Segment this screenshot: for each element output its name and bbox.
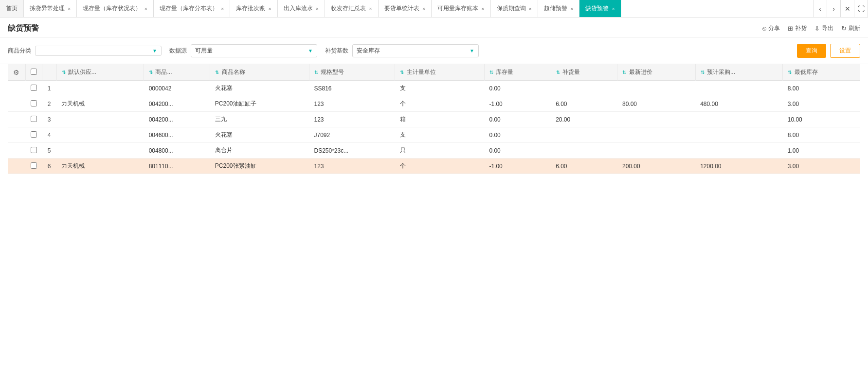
column-header-min-stock[interactable]: ⇅ 最低库存 bbox=[783, 64, 860, 81]
row-checkbox-cell[interactable] bbox=[25, 81, 42, 96]
row-checkbox-cell[interactable] bbox=[25, 112, 42, 127]
row-latest-price: 200.00 bbox=[617, 158, 695, 174]
column-header-replenish-qty[interactable]: ⇅ 补货量 bbox=[551, 64, 617, 81]
row-product-code: 004600... bbox=[144, 127, 210, 143]
row-supplier: 力天机械 bbox=[56, 96, 144, 112]
refresh-button[interactable]: ↻ 刷新 bbox=[841, 24, 860, 33]
tab-available-ledger[interactable]: 可用量库存账本 × bbox=[432, 0, 490, 17]
replenish-basis-chevron-icon: ▼ bbox=[470, 48, 474, 53]
tab-close-shortage[interactable]: × bbox=[612, 6, 615, 12]
tab-expiry-query[interactable]: 保质期查询 × bbox=[491, 0, 538, 17]
row-checkbox-cell[interactable] bbox=[25, 96, 42, 112]
column-header-product-code[interactable]: ⇅ 商品... bbox=[144, 64, 210, 81]
column-header-settings[interactable]: ⚙ bbox=[8, 64, 25, 81]
row-stock-qty: -1.00 bbox=[484, 158, 551, 174]
replenish-button[interactable]: ⊞ 补货 bbox=[788, 24, 807, 33]
datasource-select[interactable]: 可用量 ▼ bbox=[191, 44, 317, 57]
row-spec: J7092 bbox=[309, 127, 395, 143]
header-actions: ⎋ 分享 ⊞ 补货 ⇩ 导出 ↻ 刷新 bbox=[762, 24, 860, 33]
settings-button[interactable]: 设置 bbox=[830, 44, 860, 58]
data-table: ⚙ ⇅ 默认供应... ⇅ 商品... ⇅ bbox=[8, 64, 860, 174]
row-latest-price bbox=[617, 81, 695, 96]
export-button[interactable]: ⇩ 导出 bbox=[814, 24, 833, 33]
tab-requisition-stat[interactable]: 要货单统计表 × bbox=[379, 0, 432, 17]
tab-stock-dist[interactable]: 现存量（库存分布表） × bbox=[154, 0, 230, 17]
refresh-icon: ↻ bbox=[841, 25, 847, 32]
sort-icon-supplier: ⇅ bbox=[62, 70, 66, 75]
column-header-stock-qty[interactable]: ⇅ 库存量 bbox=[484, 64, 551, 81]
column-header-supplier[interactable]: ⇅ 默认供应... bbox=[56, 64, 144, 81]
tab-close-stock-dist[interactable]: × bbox=[221, 6, 224, 12]
column-header-estimated-purchase[interactable]: ⇅ 预计采购... bbox=[695, 64, 783, 81]
select-all-checkbox[interactable] bbox=[31, 69, 37, 75]
sort-icon-spec: ⇅ bbox=[314, 70, 318, 75]
replenish-basis-label: 补货基数 bbox=[325, 47, 348, 55]
row-checkbox-1[interactable] bbox=[31, 100, 37, 106]
table-container: ⚙ ⇅ 默认供应... ⇅ 商品... ⇅ bbox=[0, 64, 868, 174]
row-checkbox-3[interactable] bbox=[31, 131, 37, 138]
row-latest-price bbox=[617, 143, 695, 158]
table-row: 4 004600... 火花塞 J7092 支 0.00 8.00 bbox=[8, 127, 860, 143]
row-settings-cell bbox=[8, 127, 25, 143]
row-checkbox-5[interactable] bbox=[31, 162, 37, 169]
tab-receipt-summary[interactable]: 收发存汇总表 × bbox=[325, 0, 378, 17]
tab-shortage[interactable]: 缺货预警 × bbox=[579, 0, 621, 17]
tab-batch-account[interactable]: 库存批次账 × bbox=[230, 0, 277, 17]
tab-close-stock-status[interactable]: × bbox=[144, 6, 147, 12]
row-product-code: 004800... bbox=[144, 143, 210, 158]
tab-stock-status[interactable]: 现存量（库存状况表） × bbox=[77, 0, 153, 17]
tab-overstock[interactable]: 超储预警 × bbox=[538, 0, 579, 17]
tab-close-exception[interactable]: × bbox=[68, 6, 71, 12]
category-select[interactable]: ▼ bbox=[35, 46, 162, 56]
tab-close-inout-flow[interactable]: × bbox=[316, 6, 319, 12]
column-header-latest-price[interactable]: ⇅ 最新进价 bbox=[617, 64, 695, 81]
row-settings-cell bbox=[8, 96, 25, 112]
replenish-icon: ⊞ bbox=[788, 25, 793, 32]
tab-prev-button[interactable]: ‹ bbox=[814, 0, 827, 17]
row-spec: DS250*23c... bbox=[309, 143, 395, 158]
column-header-unit[interactable]: ⇅ 主计量单位 bbox=[395, 64, 484, 81]
column-header-product-name[interactable]: ⇅ 商品名称 bbox=[210, 64, 309, 81]
row-stock-qty: 0.00 bbox=[484, 81, 551, 96]
row-checkbox-4[interactable] bbox=[31, 147, 37, 153]
tab-close-requisition-stat[interactable]: × bbox=[422, 6, 425, 12]
tab-fullscreen-button[interactable]: ⛶ bbox=[854, 0, 868, 17]
row-supplier: 力天机械 bbox=[56, 158, 144, 174]
tab-next-button[interactable]: › bbox=[827, 0, 841, 17]
row-estimated-purchase bbox=[695, 127, 783, 143]
tab-close-expiry-query[interactable]: × bbox=[529, 6, 532, 12]
replenish-basis-filter-group: 补货基数 安全库存 ▼ bbox=[325, 44, 479, 57]
column-header-checkbox[interactable] bbox=[25, 64, 42, 81]
tab-exception[interactable]: 拣货异常处理 × bbox=[24, 0, 77, 17]
row-checkbox-cell[interactable] bbox=[25, 158, 42, 174]
row-spec: 123 bbox=[309, 96, 395, 112]
row-replenish-qty: 20.00 bbox=[551, 112, 617, 127]
sort-icon-replenish: ⇅ bbox=[556, 70, 560, 75]
tab-close-available-ledger[interactable]: × bbox=[481, 6, 484, 12]
table-row: 6 力天机械 801110... PC200张紧油缸 123 个 -1.00 6… bbox=[8, 158, 860, 174]
row-product-code: 801110... bbox=[144, 158, 210, 174]
filter-buttons: 查询 设置 bbox=[797, 44, 860, 58]
row-checkbox-0[interactable] bbox=[31, 85, 37, 91]
column-header-rownum bbox=[42, 64, 56, 81]
page-header: 缺货预警 ⎋ 分享 ⊞ 补货 ⇩ 导出 ↻ 刷新 bbox=[0, 18, 868, 38]
tab-close-receipt-summary[interactable]: × bbox=[369, 6, 372, 12]
tab-home[interactable]: 首页 bbox=[0, 0, 24, 17]
tab-close-batch-account[interactable]: × bbox=[268, 6, 271, 12]
query-button[interactable]: 查询 bbox=[797, 44, 826, 58]
row-settings-cell bbox=[8, 143, 25, 158]
share-button[interactable]: ⎋ 分享 bbox=[762, 24, 780, 33]
row-checkbox-cell[interactable] bbox=[25, 143, 42, 158]
replenish-basis-select[interactable]: 安全库存 ▼ bbox=[352, 44, 479, 57]
tab-close-overstock[interactable]: × bbox=[570, 6, 573, 12]
tab-close-all-button[interactable]: ✕ bbox=[841, 0, 854, 17]
category-chevron-icon: ▼ bbox=[152, 48, 157, 53]
row-product-name: PC200张紧油缸 bbox=[210, 158, 309, 174]
row-checkbox-cell[interactable] bbox=[25, 127, 42, 143]
gear-icon[interactable]: ⚙ bbox=[13, 69, 19, 76]
table-row: 2 力天机械 004200... PC200油缸缸子 123 个 -1.00 6… bbox=[8, 96, 860, 112]
tab-inout-flow[interactable]: 出入库流水 × bbox=[278, 0, 325, 17]
row-unit: 个 bbox=[395, 96, 484, 112]
row-checkbox-2[interactable] bbox=[31, 116, 37, 122]
column-header-spec[interactable]: ⇅ 规格型号 bbox=[309, 64, 395, 81]
